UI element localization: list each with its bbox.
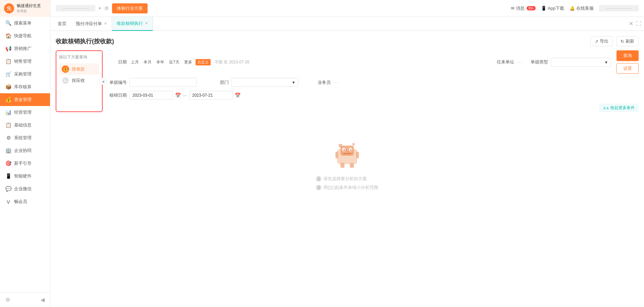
writeoff-start-input[interactable] xyxy=(129,91,173,100)
page-inner: 收款核销执行(按收款) ↗ 导出 ↻ 刷新 按以下方案查询 xyxy=(50,31,644,307)
sidebar-item-marketing[interactable]: 📢 营销推广 xyxy=(0,42,50,55)
salesperson-more-btn[interactable]: ··· xyxy=(333,80,339,85)
date-shortcut-this-month[interactable]: 本月 xyxy=(142,59,153,66)
tabbar-actions: ✕ ⛶ xyxy=(629,20,641,27)
tab-prepay[interactable]: 预付冲应付单 ✕ xyxy=(71,17,112,31)
date-shortcut-more[interactable]: 更多 xyxy=(183,59,194,66)
settings-bottom-icon[interactable]: ⚙ xyxy=(5,297,10,303)
sidebar-item-purchase[interactable]: 🛒 采购管理 xyxy=(0,68,50,81)
close-all-tabs-icon[interactable]: ✕ xyxy=(629,20,633,27)
collapse-more: ∧∧ 收起更多条件 xyxy=(107,104,639,112)
calendar-end-icon[interactable]: 📅 xyxy=(235,93,240,98)
topbar-right: ✉ 消息 99+ 📱 App下载 🔔 在线客服 —————— xyxy=(511,5,639,11)
doc-number-input[interactable] xyxy=(129,78,197,87)
date-shortcut-last-month[interactable]: 上月 xyxy=(129,59,140,66)
topbar-gear-icon[interactable]: ⚙ xyxy=(104,5,109,11)
svg-point-5 xyxy=(350,149,352,151)
sidebar-item-basic[interactable]: 📋 基础信息 xyxy=(0,119,50,132)
doc-type-select[interactable]: ▾ xyxy=(551,58,611,67)
wechat-icon: 💬 xyxy=(5,186,11,192)
doc-number-field: 单据编号 xyxy=(107,78,197,87)
query-button[interactable]: 查询 xyxy=(616,50,639,61)
enterprise-icon: 🏢 xyxy=(5,148,11,154)
writeoff-end-input[interactable] xyxy=(189,91,233,100)
filter-left-title: 按以下方案查询 xyxy=(59,54,99,60)
marketing-icon: 📢 xyxy=(5,46,11,52)
sidebar-item-shortcut[interactable]: 🏠 快捷导航 xyxy=(0,30,50,42)
filter-option-by-receipt[interactable]: 💰 按收款 xyxy=(59,63,99,75)
app-icon: 📱 xyxy=(541,6,546,11)
app-download-button[interactable]: 📱 App下载 xyxy=(541,5,564,11)
user-info[interactable]: —————— xyxy=(599,5,639,11)
page-header: 收款核销执行(按收款) ↗ 导出 ↻ 刷新 xyxy=(56,36,639,46)
filter-row-1: 日期 上月 本月 本年 近7天 更多 自定义 不限 至 2023-07-26 xyxy=(107,50,639,74)
tab-home[interactable]: 首页 xyxy=(53,17,71,31)
topbar: —————— ▾ ⚙ 体验行业方案 ✉ 消息 99+ 📱 App下载 🔔 在线客… xyxy=(50,0,644,17)
svg-rect-10 xyxy=(350,163,354,168)
tab-receipt[interactable]: 收款核销执行 ✕ xyxy=(112,17,153,31)
counterparty-label: 往来单位 xyxy=(494,59,514,65)
chevron-up-icon: ∧∧ xyxy=(603,106,609,110)
date-shortcut-custom[interactable]: 自定义 xyxy=(196,59,211,65)
sidebar-item-enterprise[interactable]: 🏢 企业协同 xyxy=(0,144,50,157)
export-button[interactable]: ↗ 导出 xyxy=(590,36,613,46)
export-icon: ↗ xyxy=(595,39,598,44)
sidebar-item-inventory[interactable]: 📦 库存核算 xyxy=(0,81,50,93)
service-icon: 🔔 xyxy=(570,6,575,11)
message-badge: 99+ xyxy=(527,6,536,10)
refresh-button[interactable]: ↻ 刷新 xyxy=(616,36,639,46)
writeoff-date-range: 📅 — 📅 xyxy=(129,91,240,100)
message-icon: ✉ xyxy=(511,6,515,11)
online-service-button[interactable]: 🔔 在线客服 xyxy=(570,5,594,11)
message-button[interactable]: ✉ 消息 99+ xyxy=(511,5,536,11)
settings-filter-button[interactable]: 设置 xyxy=(616,63,639,74)
tip-num-1: 1 xyxy=(316,176,321,182)
receivable-icon: 🕐 xyxy=(62,77,69,84)
filter-row-3: 核销日期 📅 — 📅 xyxy=(107,91,639,100)
app-logo-icon: 兔 xyxy=(4,3,14,13)
svg-rect-7 xyxy=(335,152,338,158)
topbar-brand: —————— xyxy=(56,5,95,11)
solution-button[interactable]: 体验行业方案 xyxy=(112,3,148,13)
page-actions: ↗ 导出 ↻ 刷新 xyxy=(590,36,639,46)
sidebar-item-finance[interactable]: 💰 资金管理 xyxy=(0,93,50,106)
guide-icon: 🎯 xyxy=(5,160,11,166)
collapse-sidebar-icon[interactable]: ◀ xyxy=(41,297,45,303)
svg-rect-11 xyxy=(339,144,342,147)
date-label: 日期 xyxy=(107,59,127,65)
svg-rect-9 xyxy=(340,163,344,168)
sidebar-item-system[interactable]: ⚙ 系统管理 xyxy=(0,132,50,144)
basic-icon: 📋 xyxy=(5,122,11,128)
sidebar-item-member[interactable]: V 畅会员 xyxy=(0,195,50,208)
purchase-icon: 🛒 xyxy=(5,71,11,77)
collapse-more-button[interactable]: ∧∧ 收起更多条件 xyxy=(599,104,639,112)
sidebar-item-sales[interactable]: 📋 销售管理 xyxy=(0,55,50,68)
date-shortcut-7days[interactable]: 近7天 xyxy=(168,59,181,66)
sidebar-item-operations[interactable]: 📊 经营管理 xyxy=(0,106,50,119)
date-shortcut-this-year[interactable]: 本年 xyxy=(155,59,166,66)
sidebar-item-search[interactable]: 🔍 搜索菜单 xyxy=(0,17,50,30)
sidebar-item-hardware[interactable]: 📱 智能硬件 xyxy=(0,170,50,183)
counterparty-more-btn[interactable]: ··· xyxy=(517,60,523,65)
counterparty-filter-field: 往来单位 ··· xyxy=(494,59,523,65)
sidebar-item-guide[interactable]: 🎯 新手引导 xyxy=(0,157,50,170)
expand-tabs-icon[interactable]: ⛶ xyxy=(636,21,641,27)
operations-icon: 📊 xyxy=(5,109,11,115)
tabbar: 首页 预付冲应付单 ✕ 收款核销执行 ✕ ✕ ⛶ xyxy=(50,17,644,31)
sidebar-item-wechat[interactable]: 💬 企业微信 xyxy=(0,183,50,195)
filter-left-collapse-button[interactable]: ◀ xyxy=(99,78,107,85)
salesperson-field: 业务员 ··· xyxy=(311,80,339,86)
filter-option-by-receivable[interactable]: 🕐 按应收 xyxy=(59,75,99,86)
tab-prepay-close[interactable]: ✕ xyxy=(104,21,107,26)
department-select[interactable]: ▾ xyxy=(231,78,299,87)
main-area: —————— ▾ ⚙ 体验行业方案 ✉ 消息 99+ 📱 App下载 🔔 在线客… xyxy=(50,0,644,307)
tab-receipt-close[interactable]: ✕ xyxy=(145,21,148,25)
date-shortcuts: 上月 本月 本年 近7天 更多 自定义 xyxy=(129,59,211,66)
calendar-start-icon[interactable]: 📅 xyxy=(175,93,181,98)
action-buttons: 查询 设置 xyxy=(616,50,639,74)
page-content: 收款核销执行(按收款) ↗ 导出 ↻ 刷新 按以下方案查询 xyxy=(50,31,644,307)
filter-right-panel: 日期 上月 本月 本年 近7天 更多 自定义 不限 至 2023-07-26 xyxy=(107,50,639,112)
empty-state: 1 请先选择要分析的方案 2 用[过滤]条件来缩小分析范围 xyxy=(56,112,639,220)
topbar-chevron-icon[interactable]: ▾ xyxy=(99,6,101,11)
writeoff-date-label: 核销日期 xyxy=(107,92,127,98)
